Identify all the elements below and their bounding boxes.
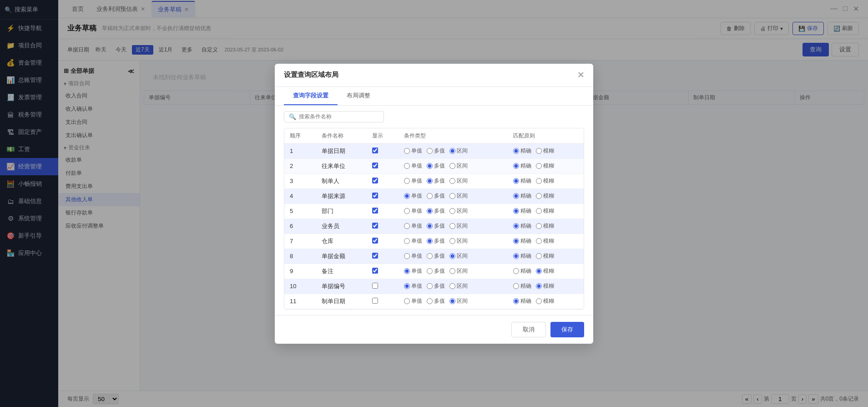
type-range-4[interactable]: 区间 [449, 192, 468, 200]
type-single-2[interactable]: 单值 [404, 162, 422, 170]
match-exact-1[interactable]: 精确 [513, 147, 531, 155]
type-range-9[interactable]: 区间 [449, 267, 468, 275]
settings-row-2: 2 往来单位 单值 多值 区间 精确 [284, 158, 584, 173]
match-fuzzy-2[interactable]: 模糊 [536, 162, 554, 170]
type-single-5[interactable]: 单值 [404, 207, 422, 215]
type-range-11[interactable]: 区间 [449, 297, 468, 305]
type-range-10[interactable]: 区间 [449, 282, 468, 290]
type-single-8[interactable]: 单值 [404, 252, 422, 260]
type-multi-9[interactable]: 多值 [427, 267, 445, 275]
match-exact-7[interactable]: 精确 [513, 237, 531, 245]
show-checkbox-2[interactable] [372, 163, 378, 168]
settings-row-8: 8 单据金额 单值 多值 区间 精确 [284, 249, 584, 264]
show-checkbox-4[interactable] [372, 193, 378, 198]
match-exact-10[interactable]: 精确 [513, 282, 531, 290]
row-type-8: 单值 多值 区间 [399, 249, 508, 264]
type-single-1[interactable]: 单值 [404, 147, 422, 155]
show-checkbox-5[interactable] [372, 208, 378, 214]
show-checkbox-7[interactable] [372, 238, 378, 244]
row-show-6[interactable] [367, 219, 399, 234]
type-multi-11[interactable]: 多值 [427, 297, 445, 305]
type-range-3[interactable]: 区间 [449, 177, 468, 185]
type-range-1[interactable]: 区间 [449, 147, 468, 155]
row-show-9[interactable] [367, 264, 399, 279]
row-show-8[interactable] [367, 249, 399, 264]
type-multi-5[interactable]: 多值 [427, 207, 445, 215]
show-checkbox-8[interactable] [372, 253, 378, 259]
type-multi-8[interactable]: 多值 [427, 252, 445, 260]
show-checkbox-9[interactable] [372, 268, 378, 274]
row-show-1[interactable] [367, 143, 399, 158]
modal-title: 设置查询区域布局 [284, 71, 338, 79]
modal-close-button[interactable]: ✕ [577, 70, 584, 80]
type-multi-10[interactable]: 多值 [427, 282, 445, 290]
type-single-7[interactable]: 单值 [404, 237, 422, 245]
match-exact-11[interactable]: 精确 [513, 297, 531, 305]
type-multi-2[interactable]: 多值 [427, 162, 445, 170]
row-show-3[interactable] [367, 173, 399, 188]
row-type-3: 单值 多值 区间 [399, 173, 508, 188]
row-show-5[interactable] [367, 204, 399, 219]
match-exact-3[interactable]: 精确 [513, 177, 531, 185]
row-order-7: 7 [284, 234, 316, 249]
match-exact-8[interactable]: 精确 [513, 252, 531, 260]
settings-row-11: 11 制单日期 单值 多值 区间 精确 [284, 294, 584, 309]
show-checkbox-11[interactable] [372, 298, 378, 304]
type-single-10[interactable]: 单值 [404, 282, 422, 290]
type-single-4[interactable]: 单值 [404, 192, 422, 200]
type-single-11[interactable]: 单值 [404, 297, 422, 305]
confirm-save-button[interactable]: 保存 [550, 322, 584, 337]
show-checkbox-6[interactable] [372, 223, 378, 229]
row-show-2[interactable] [367, 158, 399, 173]
type-range-8[interactable]: 区间 [449, 252, 468, 260]
row-order-11: 11 [284, 294, 316, 309]
type-range-2[interactable]: 区间 [449, 162, 468, 170]
type-single-6[interactable]: 单值 [404, 222, 422, 230]
row-type-2: 单值 多值 区间 [399, 158, 508, 173]
row-show-4[interactable] [367, 188, 399, 204]
show-checkbox-3[interactable] [372, 178, 378, 183]
type-multi-7[interactable]: 多值 [427, 237, 445, 245]
match-exact-6[interactable]: 精确 [513, 222, 531, 230]
match-fuzzy-1[interactable]: 模糊 [536, 147, 554, 155]
match-fuzzy-9[interactable]: 模糊 [536, 267, 554, 275]
match-fuzzy-3[interactable]: 模糊 [536, 177, 554, 185]
type-multi-1[interactable]: 多值 [427, 147, 445, 155]
match-fuzzy-11[interactable]: 模糊 [536, 297, 554, 305]
match-fuzzy-8[interactable]: 模糊 [536, 252, 554, 260]
type-single-9[interactable]: 单值 [404, 267, 422, 275]
row-name-4: 单据来源 [316, 188, 367, 204]
modal-footer: 取消 保存 [275, 315, 593, 344]
type-range-6[interactable]: 区间 [449, 222, 468, 230]
type-multi-4[interactable]: 多值 [427, 192, 445, 200]
match-fuzzy-4[interactable]: 模糊 [536, 192, 554, 200]
tab-query-fields[interactable]: 查询字段设置 [284, 87, 338, 105]
row-match-6: 精确 模糊 [508, 219, 584, 234]
settings-row-10: 10 单据编号 单值 多值 区间 精确 [284, 279, 584, 294]
type-range-5[interactable]: 区间 [449, 207, 468, 215]
match-fuzzy-7[interactable]: 模糊 [536, 237, 554, 245]
settings-modal: 设置查询区域布局 ✕ 查询字段设置 布局调整 🔍 顺序 条件 [275, 64, 593, 344]
row-show-7[interactable] [367, 234, 399, 249]
type-multi-3[interactable]: 多值 [427, 177, 445, 185]
modal-search-input[interactable] [299, 113, 372, 120]
match-exact-9[interactable]: 精确 [513, 267, 531, 275]
match-fuzzy-6[interactable]: 模糊 [536, 222, 554, 230]
row-name-2: 往来单位 [316, 158, 367, 173]
row-show-10[interactable] [367, 279, 399, 294]
match-fuzzy-10[interactable]: 模糊 [536, 282, 554, 290]
show-checkbox-10[interactable] [372, 283, 378, 289]
tab-layout-adjust[interactable]: 布局调整 [338, 87, 379, 105]
row-type-4: 单值 多值 区间 [399, 188, 508, 204]
modal-search-icon: 🔍 [289, 113, 296, 120]
cancel-button[interactable]: 取消 [511, 322, 546, 337]
type-range-7[interactable]: 区间 [449, 237, 468, 245]
type-multi-6[interactable]: 多值 [427, 222, 445, 230]
match-exact-4[interactable]: 精确 [513, 192, 531, 200]
row-show-11[interactable] [367, 294, 399, 309]
match-exact-2[interactable]: 精确 [513, 162, 531, 170]
show-checkbox-1[interactable] [372, 148, 378, 153]
match-exact-5[interactable]: 精确 [513, 207, 531, 215]
match-fuzzy-5[interactable]: 模糊 [536, 207, 554, 215]
type-single-3[interactable]: 单值 [404, 177, 422, 185]
